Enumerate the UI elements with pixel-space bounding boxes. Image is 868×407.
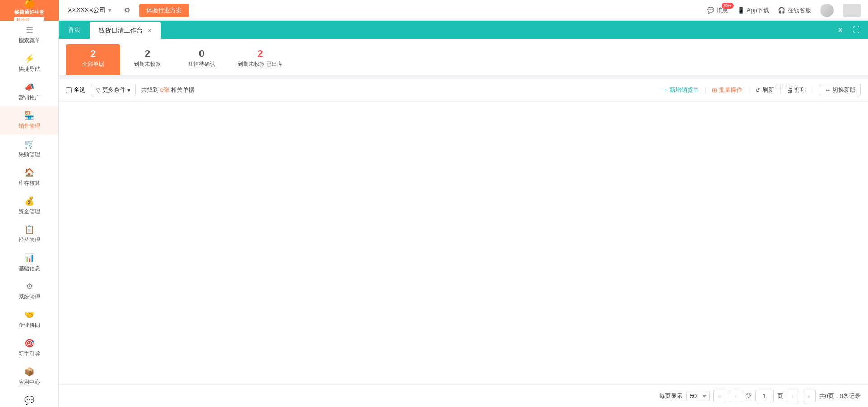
first-page-button[interactable]: « (713, 390, 726, 402)
print-button[interactable]: 🖨 打印 (787, 86, 807, 94)
add-sales-order-button[interactable]: + 新增销货单 (664, 86, 699, 94)
switch-icon: ↔ (825, 87, 830, 94)
top-header: 🍊 畅捷通好生意 标准版 XXXXXX公司 ▾ ⚙ 体验行业方案 💬 消息 99… (0, 0, 868, 21)
stat-label-overdue-unpaid: 到期未收款 (129, 61, 165, 68)
chevron-filter-icon: ▾ (127, 87, 131, 94)
tab-home-label: 首页 (68, 26, 80, 34)
sidebar-label-inventory: 库存核算 (19, 179, 40, 187)
stat-num-overdue-out: 2 (238, 48, 283, 60)
sidebar-item-inventory[interactable]: 🏠 库存核算 (0, 163, 58, 192)
user-menu[interactable] (843, 4, 861, 17)
count-num: 0张 (160, 86, 170, 93)
stat-tab-all[interactable]: 2 全部单据 (66, 44, 120, 75)
batch-op-label: 批量操作 (719, 86, 742, 94)
tab-expand-button[interactable]: ⛶ (850, 23, 863, 36)
sidebar-item-new-guide[interactable]: 🎯 新手引导 (0, 334, 58, 362)
tab-close-all-button[interactable]: ✕ (834, 23, 846, 36)
print-icon: 🖨 (787, 87, 793, 94)
header-right: 💬 消息 99+ 📱 App下载 🎧 在线客服 (707, 4, 861, 17)
logo-area: 🍊 畅捷通好生意 标准版 (0, 0, 59, 21)
sidebar-label-quick-nav: 快捷导航 (19, 65, 40, 73)
settings-button[interactable]: ⚙ (120, 4, 134, 17)
sidebar-item-quick-nav[interactable]: ⚡ 快捷导航 (0, 49, 58, 78)
stat-tab-wangwang[interactable]: 0 旺辅待确认 (175, 44, 229, 75)
sidebar-item-enterprise-wechat[interactable]: 💬 企业微信 (0, 391, 58, 407)
sidebar-item-basic-info[interactable]: 📊 基础信息 (0, 248, 58, 277)
company-selector[interactable]: XXXXXX公司 ▾ (64, 5, 115, 16)
new-guide-icon: 🎯 (24, 338, 34, 348)
avatar-image (820, 4, 834, 17)
refresh-button[interactable]: ↺ 刷新 (755, 86, 774, 94)
prev-page-icon: ‹ (735, 393, 737, 399)
company-name: XXXXXX公司 (68, 6, 106, 14)
message-button[interactable]: 💬 消息 99+ (707, 6, 728, 14)
tab-home[interactable]: 首页 (59, 21, 90, 39)
marketing-icon: 📣 (24, 82, 34, 92)
sidebar-label-basic-info: 基础信息 (19, 265, 40, 272)
prev-page-button[interactable]: ‹ (730, 390, 742, 402)
page-input[interactable] (755, 390, 774, 402)
count-suffix: 相关单据 (171, 86, 194, 93)
avatar[interactable] (820, 4, 834, 17)
per-page-label: 每页显示 (659, 392, 683, 400)
stat-label-wangwang: 旺辅待确认 (184, 61, 220, 68)
refresh-icon: ↺ (755, 87, 760, 94)
trial-button[interactable]: 体验行业方案 (139, 4, 189, 17)
batch-icon: ⊞ (712, 87, 717, 94)
sidebar-item-marketing[interactable]: 📣 营销推广 (0, 78, 58, 106)
stat-num-overdue-unpaid: 2 (129, 48, 165, 60)
message-badge: 99+ (722, 3, 734, 9)
logo-title: 🍊 畅捷通好生意 (14, 0, 44, 16)
switch-version-button[interactable]: ↔ 切换新版 (820, 84, 861, 96)
last-page-button[interactable]: » (803, 390, 816, 402)
quick-nav-icon: ⚡ (24, 54, 34, 64)
sidebar-label-marketing: 营销推广 (19, 94, 40, 102)
online-service-button[interactable]: 🎧 在线客服 (778, 6, 811, 14)
basic-info-icon: 📊 (24, 253, 34, 263)
app-title: 畅捷通好生意 (14, 9, 44, 15)
enterprise-wechat-icon: 💬 (24, 395, 34, 405)
table-area (59, 102, 868, 384)
select-all-label: 全选 (74, 86, 85, 94)
refresh-label: 刷新 (762, 86, 774, 94)
tab-workbench[interactable]: 钱货日清工作台 ✕ (90, 22, 161, 40)
sidebar-item-enterprise-coop[interactable]: 🤝 企业协同 (0, 305, 58, 334)
select-all-checkbox[interactable]: 全选 (66, 86, 85, 94)
toolbar: 全选 ▽ 更多条件 ▾ 共找到 0张 相关单据 + 新增销货单 (59, 79, 868, 101)
chevron-down-icon: ▾ (108, 7, 111, 14)
toolbar-left: 全选 ▽ 更多条件 ▾ 共找到 0张 相关单据 (66, 84, 194, 96)
print-label: 打印 (795, 86, 807, 94)
sidebar-label-finance: 资金管理 (19, 208, 40, 215)
page-suffix: 页 (777, 392, 783, 400)
separator-1 (705, 86, 706, 94)
headset-icon: 🎧 (778, 7, 785, 14)
stat-num-all: 2 (75, 48, 111, 60)
tab-workbench-label: 钱货日清工作台 (99, 27, 143, 35)
filter-button[interactable]: ▽ 更多条件 ▾ (91, 84, 136, 96)
sidebar-item-finance[interactable]: 💰 资金管理 (0, 192, 58, 220)
separator-3 (780, 86, 781, 94)
stat-tab-overdue-unpaid[interactable]: 2 到期未收款 (120, 44, 175, 75)
sidebar-item-operations[interactable]: 📋 经营管理 (0, 220, 58, 248)
per-page-select[interactable]: 50 100 200 (686, 391, 710, 401)
stat-tab-overdue-out[interactable]: 2 到期未收款 已出库 (229, 44, 292, 75)
sidebar-item-sales[interactable]: 🏪 销售管理 (0, 106, 58, 135)
select-all-input[interactable] (66, 87, 72, 93)
separator-4 (813, 86, 813, 94)
count-prefix: 共找到 (141, 86, 159, 93)
sidebar-item-purchase[interactable]: 🛒 采购管理 (0, 135, 58, 163)
next-page-button[interactable]: › (787, 390, 799, 402)
batch-operation-button[interactable]: ⊞ 批量操作 (712, 86, 742, 94)
tab-close-icon[interactable]: ✕ (147, 28, 152, 34)
count-text: 共找到 0张 相关单据 (141, 86, 194, 94)
content-area: 2 全部单据 2 到期未收款 0 旺辅待确认 2 到期未收款 已出库 (59, 39, 868, 407)
filter-icon: ▽ (96, 87, 100, 94)
sidebar-item-system[interactable]: ⚙ 系统管理 (0, 277, 58, 305)
sidebar-item-search-menu[interactable]: ☰ 搜索菜单 (0, 21, 58, 49)
sidebar-item-app-center[interactable]: 📦 应用中心 (0, 362, 58, 391)
search-menu-icon: ☰ (26, 25, 33, 35)
main-layout: ☰ 搜索菜单 ⚡ 快捷导航 📣 营销推广 🏪 销售管理 🛒 采购管理 🏠 库存核… (0, 21, 868, 407)
inventory-icon: 🏠 (24, 168, 34, 178)
stat-label-overdue-out: 到期未收款 已出库 (238, 61, 283, 68)
app-download-button[interactable]: 📱 App下载 (737, 6, 769, 14)
